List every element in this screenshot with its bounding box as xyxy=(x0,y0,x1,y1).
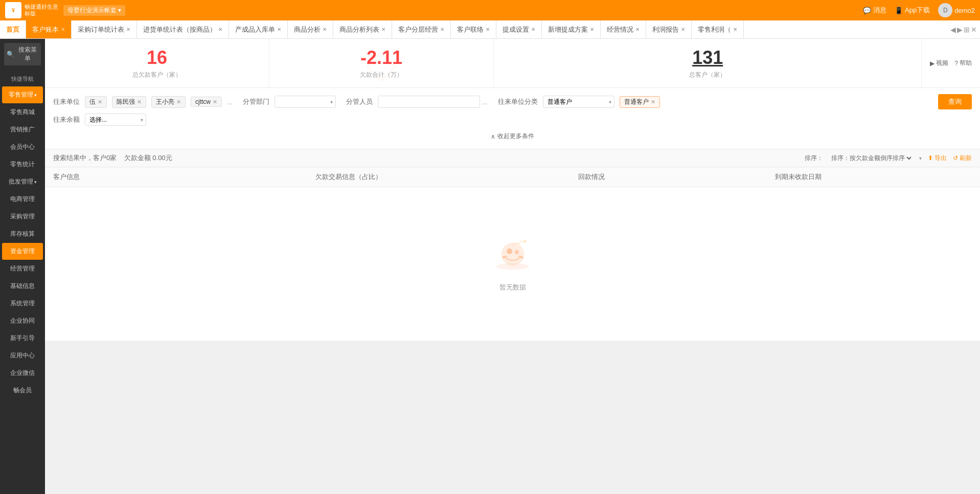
remove-unit3-btn[interactable]: ✕ xyxy=(176,99,181,105)
nav-close-all[interactable]: ✕ xyxy=(971,26,977,34)
svg-point-6 xyxy=(523,240,526,243)
help-doc-btn[interactable]: ? 帮助 xyxy=(954,59,972,68)
stat-total-customers: 16 总欠款客户（家） xyxy=(45,39,269,87)
sidebar-item-system[interactable]: 系统管理 xyxy=(2,295,43,312)
sidebar-nav: 快捷导航 零售管理 ▾ 零售商城 营销推广 会员中心 零售统计 批发管理 ▾ 电… xyxy=(0,70,45,401)
user-menu[interactable]: D demo2 xyxy=(938,3,975,17)
query-btn[interactable]: 查询 xyxy=(938,94,972,109)
tab-purchase-order[interactable]: 采购订单统计表 ✕ xyxy=(72,20,137,38)
export-btn[interactable]: ⬆ 导出 xyxy=(928,154,947,163)
sidebar-item-members[interactable]: 会员中心 xyxy=(2,139,43,155)
filter-row-2: 往来余额 选择... xyxy=(53,114,972,126)
filter-tag-unit1: 伍 ✕ xyxy=(85,96,107,108)
filter-more-btn[interactable]: ... xyxy=(227,98,233,106)
sidebar-item-operations[interactable]: 经营管理 xyxy=(2,260,43,277)
close-icon[interactable]: ✕ xyxy=(733,27,737,32)
close-icon[interactable]: ✕ xyxy=(126,27,130,32)
stat-total-ar: ◇ -2.11 欠款合计（万） xyxy=(269,39,494,87)
results-right: 排序： 排序：按欠款金额倒序排序 ▾ ⬆ 导出 ↺ 刷新 xyxy=(805,154,972,163)
sidebar-item-purchase[interactable]: 采购管理 xyxy=(2,208,43,225)
app-download-btn[interactable]: 📱 App下载 xyxy=(895,6,930,15)
filter-tag-category: 普通客户 ✕ xyxy=(620,96,660,108)
close-icon[interactable]: ✕ xyxy=(381,27,385,32)
person-input-area: ... xyxy=(378,96,488,108)
tab-inbound-stats[interactable]: 进货单统计表（按商品） ✕ xyxy=(137,20,229,38)
sidebar-item-finance[interactable]: 资金管理 xyxy=(2,243,43,260)
nav-arrows: ◀ ▶ ⊞ ✕ xyxy=(947,20,980,38)
nav-tabs: 首页 客户账本 ✕ 采购订单统计表 ✕ 进货单统计表（按商品） ✕ 产成品入库单… xyxy=(0,20,980,39)
filter-tag-unit2: 陈民强 ✕ xyxy=(112,96,146,108)
remove-unit1-btn[interactable]: ✕ xyxy=(98,99,102,105)
stat-label-ar: 欠款合计（万） xyxy=(360,71,403,79)
sidebar-item-retail-mall[interactable]: 零售商城 xyxy=(2,104,43,121)
sidebar-item-wholesale[interactable]: 批发管理 ▾ xyxy=(2,173,43,190)
sidebar-item-basic-info[interactable]: 基础信息 xyxy=(2,278,43,295)
sidebar-search-btn[interactable]: 🔍 搜索菜单 xyxy=(4,43,41,65)
close-icon[interactable]: ✕ xyxy=(681,27,685,32)
sidebar-item-ecommerce[interactable]: 电商管理 xyxy=(2,191,43,208)
sidebar-item-newbie[interactable]: 新手引导 xyxy=(2,330,43,347)
person-input[interactable] xyxy=(378,96,480,108)
close-icon[interactable]: ✕ xyxy=(218,27,222,32)
close-icon[interactable]: ✕ xyxy=(486,27,490,32)
unit-label: 往来单位 xyxy=(53,97,80,106)
tab-biz-status[interactable]: 经营情况 ✕ xyxy=(601,20,646,38)
stat-label-customers: 总欠款客户（家） xyxy=(132,71,181,79)
tab-ar[interactable]: 客户账本 ✕ xyxy=(26,20,72,38)
tab-new-plan[interactable]: 新增提成方案 ✕ xyxy=(542,20,601,38)
tab-goods-analysis[interactable]: 商品分析 ✕ xyxy=(288,20,333,38)
sidebar-item-enterprise-wechat[interactable]: 企业微信 xyxy=(2,365,43,381)
tab-cost-inbound[interactable]: 产成品入库单 ✕ xyxy=(229,20,288,38)
filter-tag-unit3: 王小亮 ✕ xyxy=(151,96,186,108)
close-icon[interactable]: ✕ xyxy=(635,27,640,32)
account-dropdown[interactable]: 母婴行业演示帐套 ▾ xyxy=(63,5,125,16)
person-label: 分管人员 xyxy=(346,97,373,106)
sidebar-item-retail-stats[interactable]: 零售统计 xyxy=(2,156,43,173)
close-icon[interactable]: ✕ xyxy=(590,27,594,32)
content-area: 16 总欠款客户（家） ◇ -2.11 欠款合计（万） 131 总客户（家） ▶… xyxy=(45,39,980,494)
close-icon[interactable]: ✕ xyxy=(323,27,327,32)
filter-tag-unit4: cjttcw ✕ xyxy=(191,97,222,107)
collapse-icon: ∧ xyxy=(491,133,495,140)
tab-customer-contact[interactable]: 客户联络 ✕ xyxy=(451,20,496,38)
sort-select[interactable]: 排序：按欠款金额倒序排序 xyxy=(829,154,913,162)
close-icon[interactable]: ✕ xyxy=(531,27,535,32)
remaining-select[interactable]: 选择... xyxy=(85,114,146,126)
dept-select[interactable] xyxy=(275,96,336,108)
person-dots-btn[interactable]: ... xyxy=(482,98,488,106)
sidebar-item-vip-member[interactable]: 畅会员 xyxy=(2,382,43,399)
tab-profit-report[interactable]: 利润报告 ✕ xyxy=(646,20,692,38)
close-icon[interactable]: ✕ xyxy=(61,27,65,32)
remove-category-btn[interactable]: ✕ xyxy=(651,99,655,105)
phone-icon: 📱 xyxy=(895,7,903,14)
messages-btn[interactable]: 💬 消息 xyxy=(863,6,886,15)
refresh-btn[interactable]: ↺ 刷新 xyxy=(953,154,972,163)
nav-prev-arrow[interactable]: ◀ xyxy=(950,26,956,34)
video-help-btn[interactable]: ▶ 视频 xyxy=(930,59,948,68)
category-label: 往来单位分类 xyxy=(498,97,538,106)
empty-text: 暂无数据 xyxy=(499,283,526,292)
tab-customer-seg[interactable]: 客户分层经营 ✕ xyxy=(392,20,451,38)
close-icon[interactable]: ✕ xyxy=(277,27,281,32)
results-summary: 搜索结果中，客户0家 欠款金额 0.00元 xyxy=(53,153,172,163)
sidebar-item-inventory[interactable]: 库存核算 xyxy=(2,226,43,242)
tab-remind-settings[interactable]: 提成设置 ✕ xyxy=(496,20,542,38)
sidebar-item-marketing[interactable]: 营销推广 xyxy=(2,121,43,138)
tab-retail-profit[interactable]: 零售利润（ ✕ xyxy=(692,20,744,38)
close-icon[interactable]: ✕ xyxy=(440,27,444,32)
remove-unit2-btn[interactable]: ✕ xyxy=(137,99,142,105)
category-select[interactable]: 普通客户 xyxy=(543,96,614,108)
tab-home[interactable]: 首页 xyxy=(0,20,26,38)
refresh-icon: ↺ xyxy=(953,154,958,162)
tab-goods-analysis-list[interactable]: 商品分析列表 ✕ xyxy=(333,20,392,38)
nav-menu-arrow[interactable]: ⊞ xyxy=(964,26,970,34)
sidebar-item-corp-coop[interactable]: 企业协同 xyxy=(2,312,43,329)
sidebar-item-retail[interactable]: 零售管理 ▾ xyxy=(2,86,43,103)
nav-next-arrow[interactable]: ▶ xyxy=(957,26,963,34)
empty-illustration xyxy=(487,236,538,277)
sidebar: 🔍 搜索菜单 快捷导航 零售管理 ▾ 零售商城 营销推广 会员中心 零售统计 批… xyxy=(0,39,45,494)
remove-unit4-btn[interactable]: ✕ xyxy=(213,99,217,105)
col-header-payment: 回款情况 xyxy=(578,172,775,182)
collapse-btn[interactable]: ∧ 收起更多条件 xyxy=(485,130,540,143)
sidebar-item-app-center[interactable]: 应用中心 xyxy=(2,347,43,364)
